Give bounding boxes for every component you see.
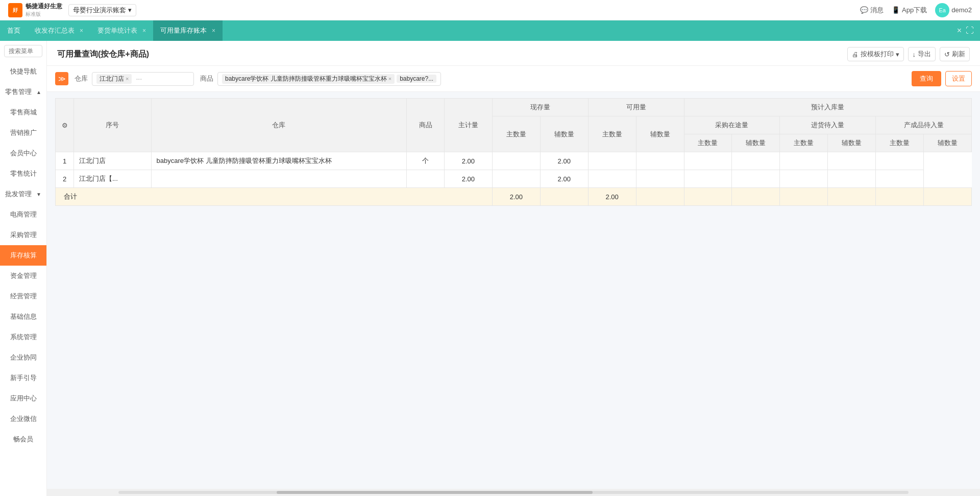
warehouse-filter-more[interactable]: ··· bbox=[134, 75, 144, 83]
top-bar-right: 💬 消息 📱 App下载 Ea demo2 bbox=[860, 3, 972, 17]
inventory-check-label: 库存核算 bbox=[10, 251, 37, 260]
tab-receive-send-label: 收发存汇总表 bbox=[35, 26, 75, 35]
sidebar-item-member-center[interactable]: 会员中心 bbox=[0, 143, 46, 163]
query-button[interactable]: 查询 bbox=[912, 71, 941, 86]
product-tag-1-text: babycare学饮杯 儿童防摔防撞吸管杯重力球吸嘴杯宝宝水杯 bbox=[225, 75, 387, 83]
export-icon: ↓ bbox=[913, 51, 916, 58]
cell-warehouse-0: 江北门店 bbox=[74, 152, 152, 170]
table-settings-icon[interactable]: ⚙ bbox=[56, 99, 74, 152]
close-window-button[interactable]: × bbox=[957, 26, 962, 35]
maximize-window-button[interactable]: ⛶ bbox=[966, 26, 974, 35]
operations-mgmt-label: 经营管理 bbox=[10, 292, 37, 301]
sidebar-item-operations-mgmt[interactable]: 经营管理 bbox=[0, 286, 46, 306]
footer-purchase-aux bbox=[732, 188, 780, 206]
sidebar-item-retail-mgmt[interactable]: 零售管理 ▲ bbox=[0, 82, 46, 102]
cell-production-main-1 bbox=[828, 170, 876, 188]
tab-receive-send[interactable]: 收发存汇总表 × bbox=[28, 20, 90, 41]
cell-purchase-main-1 bbox=[636, 170, 684, 188]
cell-incoming-aux-0 bbox=[780, 152, 828, 170]
enterprise-collab-label: 企业协同 bbox=[10, 353, 37, 362]
search-input[interactable] bbox=[4, 45, 42, 57]
app-download-button[interactable]: 📱 App下载 bbox=[892, 6, 927, 15]
product-filter-group: 商品 babycare学饮杯 儿童防摔防撞吸管杯重力球吸嘴杯宝宝水杯 × bab… bbox=[200, 72, 441, 86]
sidebar-item-new-guide[interactable]: 新手引导 bbox=[0, 368, 46, 388]
sidebar-item-marketing[interactable]: 营销推广 bbox=[0, 123, 46, 143]
warehouse-filter-tags[interactable]: 江北门店 × ··· bbox=[92, 72, 194, 86]
page-title: 可用量查询(按仓库+商品) bbox=[57, 49, 149, 60]
cell-purchase-aux-1 bbox=[684, 170, 732, 188]
sidebar-item-retail-shop[interactable]: 零售商城 bbox=[0, 102, 46, 123]
scrollbar-thumb[interactable] bbox=[277, 491, 593, 494]
brand-sub: 标准版 bbox=[26, 11, 62, 18]
sidebar-item-basic-info[interactable]: 基础信息 bbox=[0, 306, 46, 327]
horizontal-scrollbar[interactable] bbox=[47, 489, 980, 496]
warehouse-tag-1-close[interactable]: × bbox=[126, 76, 129, 82]
sidebar-item-app-center[interactable]: 应用中心 bbox=[0, 388, 46, 409]
tab-receive-send-close[interactable]: × bbox=[80, 27, 83, 34]
top-bar: 好 畅捷通好生意 标准版 母婴行业演示账套 ▾ 💬 消息 📱 App下载 Ea … bbox=[0, 0, 980, 20]
col-header-stock-aux: 辅数量 bbox=[540, 116, 588, 152]
sidebar-item-vip-member[interactable]: 畅会员 bbox=[0, 429, 46, 450]
filter-toggle-button[interactable]: ≫ bbox=[55, 72, 68, 85]
user-profile[interactable]: Ea demo2 bbox=[935, 3, 972, 17]
footer-stock-main: 2.00 bbox=[492, 188, 540, 206]
product-tag-2-text: babycare?... bbox=[400, 75, 433, 82]
col-header-stock-group: 现存量 bbox=[492, 99, 588, 116]
logo-icon: 好 bbox=[8, 3, 22, 17]
export-button[interactable]: ↓ 导出 bbox=[908, 47, 936, 61]
table-area: ⚙ 序号 仓库 商品 主计量 现存量 可用量 预计入库量 主数量 辅数量 主数量… bbox=[47, 92, 980, 489]
col-header-forecast-group: 预计入库量 bbox=[684, 99, 972, 116]
printer-icon: 🖨 bbox=[852, 51, 859, 58]
refresh-button[interactable]: ↺ 刷新 bbox=[940, 47, 970, 61]
sidebar-item-enterprise-collab[interactable]: 企业协同 bbox=[0, 347, 46, 368]
cell-purchase-aux-0 bbox=[684, 152, 732, 170]
col-header-available-group: 可用量 bbox=[588, 99, 684, 116]
chevron-down-print-icon: ▾ bbox=[896, 51, 899, 58]
col-header-available-main: 主数量 bbox=[588, 116, 636, 152]
cell-no-1: 2 bbox=[56, 170, 74, 188]
sidebar-item-enterprise-wechat[interactable]: 企业微信 bbox=[0, 409, 46, 429]
enterprise-wechat-label: 企业微信 bbox=[10, 414, 37, 423]
app-center-label: 应用中心 bbox=[10, 394, 37, 403]
chevron-down-icon: ▾ bbox=[128, 6, 132, 14]
col-header-product: 商品 bbox=[407, 99, 445, 152]
tab-home[interactable]: 首页 bbox=[0, 20, 28, 41]
sidebar-item-finance-mgmt[interactable]: 资金管理 bbox=[0, 266, 46, 286]
ecommerce-mgmt-label: 电商管理 bbox=[10, 210, 37, 219]
cell-production-aux-1 bbox=[876, 170, 924, 188]
message-button[interactable]: 💬 消息 bbox=[860, 6, 884, 15]
product-filter-tags[interactable]: babycare学饮杯 儿童防摔防撞吸管杯重力球吸嘴杯宝宝水杯 × babyca… bbox=[217, 72, 441, 86]
tab-available-inventory[interactable]: 可用量库存账本 × bbox=[153, 20, 223, 41]
table-row: 2 江北门店【... 2.00 2.00 bbox=[56, 170, 972, 188]
sidebar-item-ecommerce-mgmt[interactable]: 电商管理 bbox=[0, 204, 46, 225]
footer-available-main: 2.00 bbox=[588, 188, 636, 206]
footer-incoming-main bbox=[780, 188, 828, 206]
cell-warehouse-1: 江北门店【... bbox=[74, 170, 152, 188]
tab-available-inventory-label: 可用量库存账本 bbox=[160, 26, 207, 35]
settings-button[interactable]: 设置 bbox=[945, 71, 972, 86]
print-button[interactable]: 🖨 按模板打印 ▾ bbox=[847, 47, 904, 61]
warehouse-filter-label: 仓库 bbox=[75, 74, 88, 83]
tab-home-label: 首页 bbox=[7, 26, 20, 35]
col-header-purchase-aux: 辅数量 bbox=[732, 134, 780, 152]
tab-available-inventory-close[interactable]: × bbox=[212, 27, 215, 34]
top-bar-left: 好 畅捷通好生意 标准版 母婴行业演示账套 ▾ bbox=[8, 2, 136, 18]
tab-order-stats[interactable]: 要货单统计表 × bbox=[90, 20, 153, 41]
tab-order-stats-close[interactable]: × bbox=[142, 27, 146, 34]
logo-area: 好 畅捷通好生意 标准版 bbox=[8, 2, 62, 18]
footer-label: 合计 bbox=[56, 188, 493, 206]
sidebar-top: 快捷导航 零售管理 ▲ 零售商城 营销推广 会员中心 零售统计 批发管理 ▼ bbox=[0, 41, 46, 450]
sidebar-item-purchase-mgmt[interactable]: 采购管理 bbox=[0, 225, 46, 245]
sidebar-item-retail-stats[interactable]: 零售统计 bbox=[0, 163, 46, 184]
col-header-warehouse: 仓库 bbox=[151, 99, 407, 152]
sidebar-item-wholesale-mgmt[interactable]: 批发管理 ▼ bbox=[0, 184, 46, 204]
cell-available-aux-0 bbox=[588, 152, 636, 170]
member-center-label: 会员中心 bbox=[10, 149, 37, 158]
retail-shop-label: 零售商城 bbox=[10, 108, 37, 117]
sidebar-item-system-mgmt[interactable]: 系统管理 bbox=[0, 327, 46, 347]
cell-production-main-0 bbox=[828, 152, 876, 170]
industry-selector[interactable]: 母婴行业演示账套 ▾ bbox=[68, 4, 136, 16]
marketing-label: 营销推广 bbox=[10, 128, 37, 137]
product-tag-1-close[interactable]: × bbox=[388, 76, 391, 82]
sidebar-item-inventory-check[interactable]: 库存核算 bbox=[0, 245, 46, 266]
